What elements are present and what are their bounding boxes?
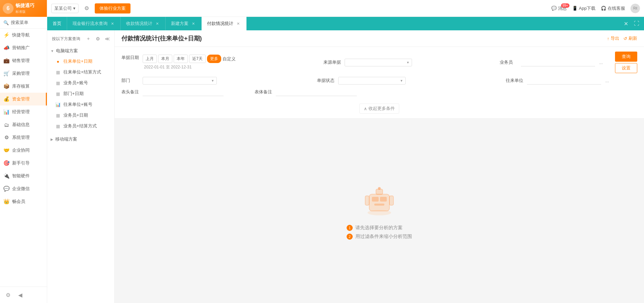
topbar-actions: 💬 消息 99+ 📱 App下载 🎧 在线客服 Rit <box>551 4 640 13</box>
sidebar-item-hardware[interactable]: 🔌 智能硬件 <box>0 170 47 182</box>
date-btn-7days[interactable]: 近7天 <box>189 55 206 63</box>
tab-payment-stats-close[interactable]: ✕ <box>235 21 241 26</box>
partner-input[interactable] <box>527 77 601 85</box>
sidebar-item-basic-info[interactable]: 🗂 基础信息 <box>0 118 47 131</box>
sidebar-item-quick-nav[interactable]: ⚡ 快捷导航 <box>0 29 47 41</box>
sidebar-item-marketing[interactable]: 📣 营销推广 <box>0 41 47 54</box>
empty-illustration <box>357 182 401 219</box>
tab-receipt-stats-close[interactable]: ✕ <box>154 21 160 26</box>
date-btn-this-year[interactable]: 本年 <box>174 55 188 63</box>
refresh-label: 刷新 <box>628 35 637 41</box>
plan-item-partner-account[interactable]: 📊 往来单位+账号 <box>47 99 114 110</box>
empty-tip-2: 2 用过滤条件来缩小分析范围 <box>347 234 412 240</box>
chevron-down-icon: ▾ <box>212 79 214 83</box>
app-download-btn[interactable]: 📱 App下载 <box>572 5 595 11</box>
date-btn-more[interactable]: 更多 <box>207 55 221 63</box>
collapse-more-btn[interactable]: ∧ 收起更多条件 <box>359 103 399 114</box>
bill-status-group: 单据状态 ▾ <box>317 77 406 85</box>
plan-item-salesman-date[interactable]: ▦ 业务员+日期 <box>47 110 114 121</box>
sidebar-item-member[interactable]: 👑 畅会员 <box>0 195 47 208</box>
user-avatar[interactable]: Rit <box>631 4 640 13</box>
capital-icon: 💰 <box>3 96 9 102</box>
tab-new-plan[interactable]: 新建方案 ✕ <box>166 17 202 30</box>
sidebar-item-operations[interactable]: 📊 经营管理 <box>0 105 47 118</box>
desktop-section-header[interactable]: ▼ 电脑端方案 <box>47 46 114 56</box>
date-btn-last-month[interactable]: 上月 <box>143 55 157 63</box>
active-plan-icon: ● <box>55 59 61 64</box>
plan-item-partner-date[interactable]: ● 往来单位+日期 <box>47 56 114 67</box>
system-icon: ⚙ <box>3 134 9 141</box>
note-body-input[interactable] <box>276 88 357 96</box>
salesman-input[interactable] <box>521 58 595 66</box>
tab-bank-flow-close[interactable]: ✕ <box>110 21 115 26</box>
sidebar-collapse-btn[interactable]: ◀ <box>16 290 25 300</box>
sidebar-item-enterprise[interactable]: 🤝 企业协同 <box>0 144 47 157</box>
operations-icon: 📊 <box>3 109 9 115</box>
tab-home-label: 首页 <box>53 21 61 27</box>
app-name: 畅捷通巧 <box>16 3 34 9</box>
sidebar-item-inventory[interactable]: 📦 库存核算 <box>0 80 47 93</box>
sales-icon: 💼 <box>3 58 9 64</box>
date-btn-this-month[interactable]: 本月 <box>158 55 172 63</box>
salesman-dots[interactable]: ... <box>598 60 604 65</box>
search-label: 搜索菜单 <box>11 20 28 26</box>
tab-payment-stats-label: 付款情况统计 <box>207 21 233 27</box>
tab-home[interactable]: 首页 <box>47 17 67 30</box>
plan-item-salesman-account[interactable]: ▦ 业务员+账号 <box>47 78 114 88</box>
tip-text-2: 用过滤条件来缩小分析范围 <box>355 234 412 240</box>
plan-item-partner-settlement[interactable]: ▦ 往来单位+结算方式 <box>47 67 114 78</box>
refresh-icon: ↺ <box>623 36 627 41</box>
phone-icon: 📱 <box>572 6 578 11</box>
sidebar-item-label: 畅会员 <box>12 199 25 205</box>
sidebar-item-label: 营销推广 <box>12 45 30 51</box>
sidebar-item-label: 智能硬件 <box>12 173 30 179</box>
tab-bank-flow[interactable]: 现金银行流水查询 ✕ <box>67 17 121 30</box>
sidebar-item-label: 采购管理 <box>12 70 30 77</box>
tab-payment-stats[interactable]: 付款情况统计 ✕ <box>202 17 246 30</box>
sidebar-settings-btn[interactable]: ⚙ <box>3 290 13 300</box>
source-bill-select[interactable]: ▾ <box>345 59 412 66</box>
plan-item-salesman-settlement[interactable]: ▦ 业务员+结算方式 <box>47 121 114 131</box>
date-btn-custom[interactable]: 自定义 <box>223 56 236 62</box>
plan-icon: ▦ <box>55 124 61 129</box>
window-close-btn[interactable]: ✕ <box>622 20 630 28</box>
query-btn[interactable]: 查询 <box>615 52 637 62</box>
date-btns: 上月 本月 本年 近7天 更多 自定义 <box>143 55 236 63</box>
window-expand-btn[interactable]: ⛶ <box>633 20 641 28</box>
tab-receipt-stats[interactable]: 收款情况统计 ✕ <box>121 17 166 30</box>
bill-status-select[interactable]: ▾ <box>338 77 406 85</box>
export-label: 导出 <box>611 35 619 41</box>
tab-new-plan-label: 新建方案 <box>171 21 188 27</box>
mobile-section-header[interactable]: ▶ 移动端方案 <box>47 134 114 144</box>
topbar-settings-btn[interactable]: ⚙ <box>82 4 91 13</box>
purchase-icon: 🛒 <box>3 70 9 77</box>
panel-collapse-btn[interactable]: ≪ <box>104 35 111 42</box>
filter-row-1: 单据日期 上月 本月 本年 近7天 更多 自定义 2022-01-01 至 20… <box>121 52 637 73</box>
message-btn[interactable]: 💬 消息 99+ <box>551 5 567 11</box>
export-btn[interactable]: ↑ 导出 <box>607 35 620 41</box>
note-header-input[interactable] <box>143 88 224 96</box>
page-header: 付款情况统计(往来单位+日期) ↑ 导出 ↺ 刷新 <box>115 30 644 47</box>
dept-select[interactable]: ▾ <box>143 77 217 85</box>
tab-new-plan-close[interactable]: ✕ <box>191 21 196 26</box>
sidebar-item-system[interactable]: ⚙ 系统管理 <box>0 131 47 144</box>
partner-dots[interactable]: ... <box>604 78 610 83</box>
logo-icon: 6 <box>7 5 10 11</box>
org-selector[interactable]: 某某公司 ▾ <box>51 4 79 13</box>
sidebar-item-purchase[interactable]: 🛒 采购管理 <box>0 67 47 80</box>
sidebar-nav: ⚡ 快捷导航 📣 营销推广 💼 销售管理 🛒 采购管理 📦 库存核算 💰 资金管… <box>0 29 47 286</box>
trial-btn[interactable]: 体验行业方案 <box>95 3 130 13</box>
plan-item-dept-date[interactable]: ▦ 部门+日期 <box>47 88 114 99</box>
search-menu[interactable]: 🔍 搜索菜单 <box>0 17 47 29</box>
refresh-btn[interactable]: ↺ 刷新 <box>623 35 637 41</box>
online-service-btn[interactable]: 🎧 在线客服 <box>601 5 625 11</box>
sidebar-item-guide[interactable]: 🎯 新手引导 <box>0 157 47 170</box>
sidebar-item-capital[interactable]: 💰 资金管理 <box>0 93 47 105</box>
plan-item-label: 部门+日期 <box>63 91 84 97</box>
marketing-icon: 📣 <box>3 45 9 51</box>
sidebar-item-wechat[interactable]: 💬 企业微信 <box>0 182 47 195</box>
sidebar-item-sales[interactable]: 💼 销售管理 <box>0 54 47 67</box>
plan-settings-btn[interactable]: ⚙ <box>94 35 101 42</box>
add-plan-btn[interactable]: ＋ <box>85 35 92 42</box>
settings-btn[interactable]: 设置 <box>615 63 637 73</box>
